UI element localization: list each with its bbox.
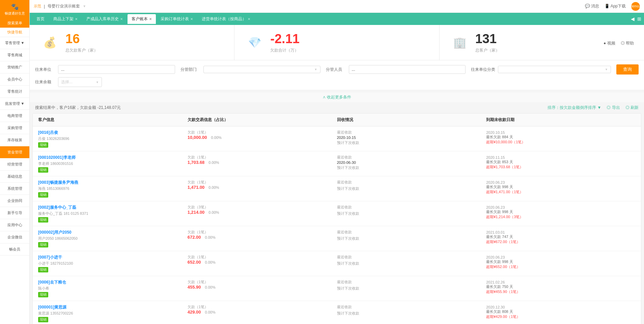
debt-customers-icon: 💰	[40, 32, 60, 53]
collect-info: 最近收款 预计下次收款	[337, 279, 486, 291]
sidebar-label: 系统管理	[7, 186, 22, 190]
breadcrumb-sub: 母婴行业演示账套	[48, 3, 80, 9]
filter-area: 往来单位 ... 分管部门 ▼ 分管人员 ...	[30, 60, 644, 90]
sidebar-label: 新手引导	[7, 211, 22, 215]
sidebar-item-sys-mgmt[interactable]: 系统管理	[0, 183, 29, 195]
tabs-prev-btn[interactable]: ◀	[631, 16, 635, 22]
app-download-btn[interactable]: 📱 App下载	[605, 3, 626, 9]
customer-name-link[interactable]: [0007]小进干	[38, 255, 188, 260]
table-header: 客户信息 欠款交易信息（占比） 回收情况 到期未收款日期	[33, 114, 641, 126]
overdue-days: 最长欠款 998 天	[486, 184, 636, 189]
customer-phone: 吕俊 13026203696	[38, 136, 188, 141]
refresh-btn[interactable]: ◎ 刷新	[625, 105, 639, 111]
sidebar-item-ops-mgmt[interactable]: 经营管理	[0, 158, 29, 171]
user-avatar[interactable]: demo2	[631, 2, 640, 11]
customer-name-link[interactable]: [000001]黄思源	[38, 304, 188, 310]
debt-amount: 652.00	[188, 260, 201, 265]
collapse-filters-btn[interactable]: ∧ 收起更多条件	[30, 92, 644, 102]
tab-customer-account[interactable]: 客户账本 ✕	[128, 14, 156, 24]
sidebar-item-new-guide[interactable]: 新手引导	[0, 207, 29, 219]
overdue-link[interactable]: 超期¥652.00（1笔）	[486, 265, 520, 269]
customer-name-link[interactable]: [000002]用户2050	[38, 230, 188, 235]
tabs-expand-btn[interactable]: ⊞	[637, 16, 641, 22]
sidebar-item-marketing[interactable]: 营销推广	[0, 61, 29, 73]
dept-select[interactable]: ▼	[203, 66, 320, 73]
sidebar-item-corp-wechat[interactable]: 企业微信	[0, 231, 29, 243]
overdue-days: 最长欠款 808 天	[486, 309, 636, 314]
debt-amount-row: 652.00 0.00%	[188, 260, 337, 265]
overdue-link[interactable]: 超期¥429.00（1笔）	[486, 315, 520, 319]
message-btn[interactable]: 💬 消息	[585, 3, 599, 9]
sidebar-item-basic-info[interactable]: 基础信息	[0, 171, 29, 183]
sales-badge: 现销	[38, 242, 48, 247]
sidebar-item-vip-member[interactable]: 畅会员	[0, 243, 29, 256]
sidebar-label: 库存核算	[7, 138, 22, 142]
sidebar-item-capital-mgmt[interactable]: 资金管理	[0, 146, 29, 158]
filter-unit-class: 往来单位分类 ▼	[471, 66, 611, 73]
tab-products-off[interactable]: 商品上下架 ✕	[49, 14, 82, 24]
debt-amount-row: 455.90 0.00%	[188, 285, 337, 290]
overdue-link[interactable]: 超期¥672.00（1笔）	[486, 240, 520, 244]
breadcrumb-link[interactable]: 示范	[34, 4, 41, 9]
overdue-link[interactable]: 超期¥1,471.00（1笔）	[486, 190, 523, 194]
close-tab-account[interactable]: ✕	[149, 17, 152, 21]
sidebar-item-app-center[interactable]: 应用中心	[0, 219, 29, 231]
customer-name-link[interactable]: [0006]去下粮仓	[38, 279, 188, 285]
due-cell: 2020.06.23 最长欠款 998 天 超期¥1,471.00（1笔）	[486, 180, 636, 195]
close-tab-products[interactable]: ✕	[75, 17, 78, 21]
balance-select[interactable]: 选择... ▼	[58, 77, 102, 87]
topbar-left: 示范 | 母婴行业演示账套 ▼	[34, 3, 86, 9]
next-collect-label: 预计下次收款	[337, 140, 486, 145]
tab-purchase-stat[interactable]: 采购订单统计表 ✕	[157, 14, 197, 24]
last-collect-label: 最近收款	[337, 205, 486, 210]
close-tab-purchase[interactable]: ✕	[190, 17, 193, 21]
collect-cell: 最近收款 预计下次收款	[337, 304, 486, 316]
collect-cell: 最近收款 2020-10-15 预计下次收款	[337, 130, 486, 145]
sidebar-item-inventory[interactable]: 库存核算	[0, 134, 29, 146]
sidebar-item-corp-collab[interactable]: 企业协同	[0, 195, 29, 207]
collect-cell: 最近收款 预计下次收款	[337, 180, 486, 191]
help-btn[interactable]: ◎ 帮助	[621, 40, 634, 46]
overdue-link[interactable]: 超期¥1,703.68（1笔）	[486, 165, 523, 169]
tab-home[interactable]: 首页	[32, 14, 49, 24]
unit-class-select[interactable]: ▼	[498, 66, 611, 73]
total-customers-number: 131	[475, 32, 500, 46]
sidebar-item-batch-mgmt[interactable]: 批发管理 ▼	[0, 98, 29, 110]
sort-arrow[interactable]: ▼	[597, 105, 601, 110]
video-btn[interactable]: ● 视频	[604, 40, 615, 46]
debt-count: 欠款（1笔）	[188, 180, 337, 185]
stat-card-debt-customers: 💰 16 总欠款客户（家）	[30, 25, 234, 60]
customer-name-link[interactable]: [0016]吕俊	[38, 130, 188, 136]
overdue-link[interactable]: 超期¥1,214.00（3笔）	[486, 215, 523, 219]
from-unit-label: 往来单位	[35, 67, 55, 72]
sidebar-item-purchase-mgmt[interactable]: 采购管理	[0, 122, 29, 134]
customer-name-link[interactable]: [0002]服务中心_丁磊	[38, 205, 188, 210]
from-unit-input[interactable]: ...	[58, 65, 175, 74]
overdue-link[interactable]: 超期¥10,000.00（1笔）	[486, 140, 525, 144]
customer-name-link[interactable]: [0003]畅捷服务尹海燕	[38, 180, 188, 185]
result-actions: 排序：按欠款金额倒序排序 ▼ ◎ 导出 ◎ 刷新	[548, 105, 639, 111]
query-button[interactable]: 查询	[616, 64, 639, 75]
sidebar-item-ecom-mgmt[interactable]: 电商管理	[0, 110, 29, 122]
quick-nav-btn[interactable]: 快捷导航	[0, 28, 29, 37]
overdue-link[interactable]: 超期¥455.90（1笔）	[486, 290, 520, 294]
sidebar-item-retail-mgmt[interactable]: 零售管理 ▼	[0, 37, 29, 49]
tab-product-history[interactable]: 产成品入库单历史 ✕	[82, 14, 127, 24]
next-collect-label: 预计下次收款	[337, 261, 486, 266]
export-btn[interactable]: ◎ 导出	[607, 105, 620, 111]
close-tab-history[interactable]: ✕	[120, 17, 123, 21]
close-tab-inbound[interactable]: ✕	[248, 17, 250, 21]
debt-pct: 0.00%	[208, 210, 219, 214]
sidebar-item-retail-mall[interactable]: 零售商城	[0, 49, 29, 61]
person-input[interactable]: ...	[349, 65, 466, 74]
sidebar-item-member[interactable]: 会员中心	[0, 73, 29, 86]
customer-name-link[interactable]: [0001020001]李老师	[38, 155, 188, 160]
table-row: [0016]吕俊 吕俊 13026203696 现销 欠款（1笔） 10,000…	[33, 126, 641, 151]
tab-inbound-stat[interactable]: 进货单统计表（按商品） ✕	[198, 14, 254, 24]
sidebar-label: 经营管理	[7, 162, 22, 166]
sidebar-item-retail-stat[interactable]: 零售统计	[0, 86, 29, 98]
breadcrumb-dropdown-icon[interactable]: ▼	[83, 4, 86, 8]
last-collect-label: 最近收款	[337, 279, 486, 285]
next-collect-label: 预计下次收款	[337, 286, 486, 291]
search-menu-btn[interactable]: 搜索菜单	[0, 19, 29, 28]
